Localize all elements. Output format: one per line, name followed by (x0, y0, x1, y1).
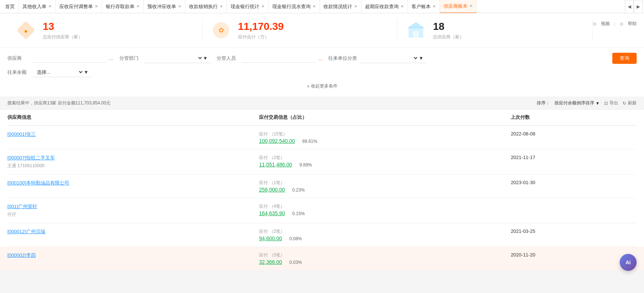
last-pay-header: 上次付数 (511, 114, 637, 121)
tx-amount[interactable]: 11,051,486.00 (259, 162, 292, 168)
svg-text:◆: ◆ (24, 29, 28, 33)
ai-assistant-button[interactable]: Ai (620, 254, 637, 270)
tx-amount[interactable]: 100,092,540.00 (259, 138, 295, 144)
supplier-link[interactable]: [000001]张三 (7, 131, 259, 138)
payable-suppliers-label: 总应付供应商（家） (43, 34, 83, 40)
filter-area: 供应商 ... 分管部门 ▼ 分管人员 ... 往来单位分类 (0, 48, 644, 97)
tx-percent: 89.61% (302, 139, 318, 144)
payable-total-number: 11,170.39 (238, 20, 284, 33)
tab-receipt-exec[interactable]: 收款核销执行 ✕ (185, 0, 227, 13)
tab-other-income[interactable]: 其他收入单 ✕ (19, 0, 56, 13)
unit-category-select[interactable] (363, 55, 419, 61)
tx-amount[interactable]: 94,600.00 (259, 235, 282, 241)
store-icon (405, 19, 427, 41)
balance-label: 往来余额 (7, 69, 29, 76)
results-bar: 搜索结果中，供应商13家 应付金额111,703,854.00元 排序： 按应付… (0, 97, 644, 110)
total-suppliers-summary: 18 总供应商（家） (398, 19, 593, 41)
table-row: [000100]本特勤油品有限公司 应付 （1笔） 258,000.00 0.2… (7, 175, 637, 198)
grain-icon: ✿ (210, 19, 232, 41)
close-icon[interactable]: ✕ (220, 4, 223, 9)
nav-next-button[interactable]: ▶ (634, 0, 643, 13)
tab-customer-ledger[interactable]: 客户账本 ✕ (408, 0, 440, 13)
video-link[interactable]: 视频 (601, 21, 610, 27)
tab-ar-ap-adjust[interactable]: 应收应付调整单 ✕ (56, 0, 102, 13)
supplier-link[interactable]: [000002]李四 (7, 252, 259, 259)
help-link[interactable]: 帮助 (628, 21, 637, 27)
filter-row-1: 供应商 ... 分管部门 ▼ 分管人员 ... 往来单位分类 (7, 53, 637, 64)
tab-cash-flow[interactable]: 现金银行流水查询 ✕ (269, 0, 320, 13)
close-icon[interactable]: ✕ (95, 4, 98, 9)
supplier-info-cell: [000002]李四 (7, 252, 259, 259)
close-icon[interactable]: ✕ (178, 4, 181, 9)
query-button[interactable]: 查询 (612, 53, 637, 64)
tab-cash-bank-stat[interactable]: 现金银行统计 ✕ (227, 0, 269, 13)
supplier-contact: 仔仔 (7, 211, 259, 218)
tx-percent: 0.03% (289, 260, 302, 265)
last-pay-cell: 2022-08-08 (511, 131, 637, 137)
top-actions: ⊙ 视频 | ⊙ 帮助 (593, 19, 637, 27)
svg-marker-5 (407, 22, 425, 28)
tx-info-cell: 应付 （2笔） 94,600.00 0.08% (259, 228, 511, 241)
top-navigation: 首页 其他收入单 ✕ 应收应付调整单 ✕ 银行存取款单 ✕ 预收冲应收单 ✕ 收… (0, 0, 644, 13)
table-row: [000001]张三 应付 （15笔） 100,092,540.00 89.61… (7, 126, 637, 149)
close-icon[interactable]: ✕ (48, 4, 52, 9)
close-icon[interactable]: ✕ (312, 4, 316, 9)
tab-prepay-ar[interactable]: 预收冲应收单 ✕ (144, 0, 185, 13)
tx-percent: 0.23% (292, 187, 305, 193)
tab-supplier-ledger[interactable]: 供应商账本 ✕ (440, 0, 477, 13)
tab-receipt-stat[interactable]: 收款情况统计 ✕ (320, 0, 361, 13)
tx-amount[interactable]: 258,000.00 (259, 187, 285, 193)
tab-bank-deposit[interactable]: 银行存取款单 ✕ (102, 0, 144, 13)
person-dots-button[interactable]: ... (318, 55, 323, 61)
collapse-button[interactable]: ∧ 收起更多条件 (7, 81, 637, 92)
supplier-contact: 王通 17106110000 (7, 163, 259, 169)
sort-button[interactable]: 按应付余额倒序排序 ▼ (554, 100, 600, 106)
close-icon[interactable]: ✕ (433, 4, 436, 9)
tab-home[interactable]: 首页 (1, 0, 19, 13)
person-input[interactable] (242, 54, 315, 63)
close-icon[interactable]: ✕ (400, 4, 404, 9)
tx-amount[interactable]: 164,635.90 (259, 210, 285, 216)
chevron-up-icon: ∧ (307, 84, 309, 88)
supplier-link[interactable]: [000100]本特勤油品有限公司 (7, 180, 259, 186)
table-row: [000012]广州贝瑞 应付 （2笔） 94,600.00 0.08% 202… (7, 223, 637, 247)
supplier-filter: 供应商 ... (7, 54, 113, 63)
dept-label: 分管部门 (119, 55, 141, 62)
supplier-dots-button[interactable]: ... (109, 55, 113, 61)
supplier-input[interactable] (32, 54, 106, 63)
close-icon[interactable]: ✕ (354, 4, 357, 9)
person-filter: 分管人员 ... (217, 54, 323, 63)
balance-select[interactable]: 选择... (35, 69, 84, 75)
nav-prev-button[interactable]: ◀ (625, 0, 634, 13)
payable-suppliers-summary: ◆ 13 总应付供应商（家） (7, 19, 203, 41)
dept-select[interactable] (147, 55, 203, 61)
close-icon[interactable]: ✕ (261, 4, 265, 9)
last-pay-cell: 2021-11-17 (511, 155, 637, 160)
supplier-link[interactable]: [000012]广州贝瑞 (7, 228, 259, 235)
tx-info-cell: 应付 （15笔） 100,092,540.00 89.61% (259, 131, 511, 144)
total-suppliers-number: 18 (433, 20, 464, 33)
svg-rect-6 (413, 31, 419, 38)
table-row: [000002]李四 应付 （5笔） 32,366.00 0.03% 2020-… (0, 247, 644, 270)
unit-category-filter: 往来单位分类 ▼ (328, 54, 426, 63)
results-actions: 排序： 按应付余额倒序排序 ▼ ⊡ 导出 ↻ 刷新 (537, 100, 637, 106)
export-button[interactable]: ⊡ 导出 (604, 100, 618, 106)
table-header-row: 供应商信息 应付交易信息（占比） 上次付数 (7, 110, 637, 126)
close-icon[interactable]: ✕ (136, 4, 140, 9)
supplier-info-cell: [000001]张三 (7, 131, 259, 138)
supplier-link[interactable]: [001]广州荣轩 (7, 203, 259, 210)
refresh-button[interactable]: ↻ 刷新 (623, 100, 637, 106)
sort-dropdown-icon: ▼ (595, 101, 600, 106)
tab-overdue-ar[interactable]: 超期应收款查询 ✕ (361, 0, 408, 13)
close-icon[interactable]: ✕ (469, 4, 473, 8)
supplier-link[interactable]: [000007]恒旺二手叉车 (7, 155, 259, 161)
tx-info-cell: 应付 （1笔） 258,000.00 0.23% (259, 180, 511, 193)
last-pay-cell: 2021-03-25 (511, 228, 637, 234)
tx-amount[interactable]: 32,366.00 (259, 259, 282, 265)
dept-select-wrapper: ▼ (144, 54, 211, 63)
help-icon: ⊙ (620, 21, 623, 27)
tx-percent: 9.89% (300, 162, 312, 168)
nav-arrows: ◀ ▶ (625, 0, 643, 13)
refresh-icon: ↻ (623, 101, 626, 106)
balance-filter: 往来余额 选择... ▼ (7, 68, 91, 77)
